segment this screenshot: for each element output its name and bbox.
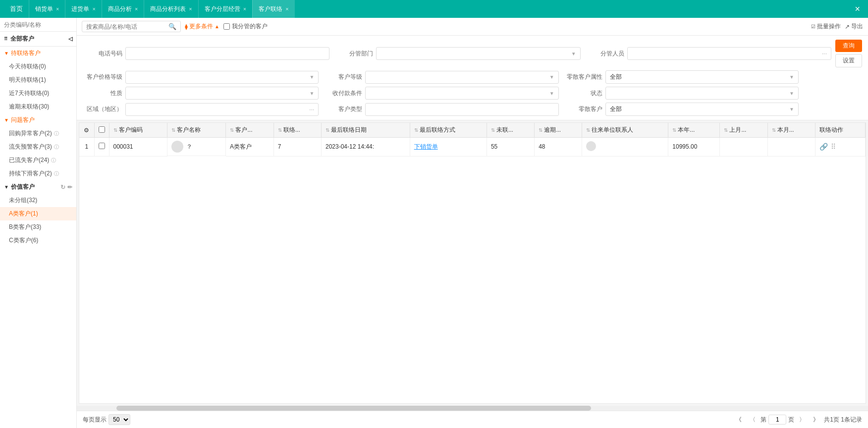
horizontal-scrollbar[interactable] (77, 406, 868, 411)
value-group-tools: ↻ ✏ (60, 184, 72, 191)
close-all-button[interactable]: × (851, 4, 864, 14)
filter-price-select[interactable]: ▼ (125, 71, 319, 84)
sidebar-item-churn-warning[interactable]: 流失预警客户(3) ⓘ (0, 140, 76, 154)
qr-action-icon[interactable]: ⠿ (831, 143, 836, 151)
sidebar-group-pending[interactable]: ▼ 待联络客户 (0, 47, 76, 60)
nav-tab-purchase-close[interactable]: × (92, 6, 95, 12)
search-icon[interactable]: 🔍 (168, 23, 176, 30)
filter-retail-attr-select[interactable]: 全部▼ (605, 70, 799, 84)
batch-op-btn[interactable]: ☑ 批量操作 (811, 22, 841, 31)
sidebar-item-class-c[interactable]: C类客户(6) (0, 234, 76, 247)
row-name[interactable]: ？ (167, 138, 225, 156)
filter-phone-input[interactable] (125, 47, 329, 60)
filter-customer-level-label: 客户等级 (323, 73, 362, 81)
th-this-year[interactable]: ⇅本年... (668, 123, 720, 138)
churn-warning-info-icon: ⓘ (54, 144, 59, 151)
refresh-icon[interactable]: ↻ (60, 184, 65, 191)
filter-btn[interactable]: ⧫ 更多条件 ▲ (185, 22, 219, 31)
query-btn[interactable]: 查询 (835, 40, 862, 52)
nav-tab-customer-tier[interactable]: 客户分层经营 × (198, 0, 252, 18)
top-nav: 首页 销货单 × 进货单 × 商品分析 × 商品分析列表 × 客户分层经营 × … (0, 0, 868, 18)
th-type[interactable]: ⇅客户... (226, 123, 273, 138)
nav-tab-analysis-list-close[interactable]: × (189, 6, 192, 12)
sidebar-item-class-a[interactable]: A类客户(1) (0, 207, 76, 220)
filter-person-input[interactable]: ··· (627, 47, 831, 60)
sort-last-method-icon: ⇅ (414, 127, 418, 133)
first-page-btn[interactable]: 《 (733, 415, 745, 425)
nav-tab-customer-tier-close[interactable]: × (243, 6, 246, 12)
filter-region-input[interactable]: ··· (125, 103, 319, 116)
sidebar-item-declining[interactable]: 持续下滑客户(2) ⓘ (0, 167, 76, 180)
edit-icon[interactable]: ✏ (67, 184, 72, 191)
row-checkbox[interactable] (94, 138, 109, 157)
filter-retail-customer-select[interactable]: 全部▼ (605, 103, 799, 116)
th-settings[interactable]: ⚙ (79, 123, 94, 138)
last-page-btn[interactable]: 》 (810, 415, 822, 425)
batch-checkbox-icon: ☑ (811, 24, 815, 29)
nav-tab-analysis-close[interactable]: × (135, 6, 138, 12)
th-name[interactable]: ⇅客户名称 (167, 123, 226, 138)
toolbar-right: ☑ 批量操作 ↗ 导出 (811, 22, 863, 31)
page-label: 第 (760, 416, 766, 424)
row-check[interactable] (99, 143, 105, 149)
row-contact-count: 7 (273, 138, 321, 157)
sidebar-collapse-arrow[interactable]: ◁ (68, 36, 72, 42)
sidebar-search-box[interactable]: 🔍 (0, 18, 76, 32)
sidebar-all-customers-header[interactable]: ⠿ 全部客户 ◁ (0, 32, 76, 47)
my-customers-checkbox[interactable]: 我分管的客户 (223, 22, 268, 31)
sidebar-item-ungrouped[interactable]: 未分组(32) (0, 194, 76, 207)
value-label: 价值客户 (11, 183, 35, 191)
sidebar-item-overdue[interactable]: 逾期未联络(30) (0, 100, 76, 113)
nav-home[interactable]: 首页 (4, 0, 29, 18)
filter-price-level: 客户价格等级 ▼ (83, 71, 319, 84)
sidebar-item-repurchase-anomaly[interactable]: 回购异常客户(2) ⓘ (0, 127, 76, 140)
filter-customer-type-input[interactable] (365, 103, 558, 116)
filter-payment-select[interactable]: ▼ (365, 87, 558, 100)
th-last-date[interactable]: ⇅最后联络日期 (322, 123, 410, 138)
sidebar-item-tomorrow[interactable]: 明天待联络(1) (0, 73, 76, 87)
page-input[interactable] (768, 415, 786, 425)
th-contact-count[interactable]: ⇅联络... (273, 123, 321, 138)
next-page-btn[interactable]: 〉 (796, 415, 808, 425)
th-last-method[interactable]: ⇅最后联络方式 (410, 123, 487, 138)
search-box[interactable]: 🔍 (82, 21, 181, 32)
search-input[interactable] (86, 23, 168, 30)
nav-tab-customer-contact-close[interactable]: × (285, 6, 288, 12)
nav-tab-analysis-list[interactable]: 商品分析列表 × (144, 0, 198, 18)
nav-tab-sales-close[interactable]: × (56, 6, 59, 12)
filter-customer-level-select[interactable]: ▼ (365, 71, 558, 84)
sidebar-item-7days[interactable]: 近7天待联络(0) (0, 87, 76, 100)
th-last-month[interactable]: ⇅上月... (720, 123, 767, 138)
nav-tab-analysis[interactable]: 商品分析 × (102, 0, 144, 18)
per-page-select[interactable]: 50 (108, 414, 130, 425)
select-all-checkbox[interactable] (99, 126, 105, 133)
row-last-method-link[interactable]: 下销货单 (414, 143, 438, 150)
th-checkbox[interactable] (94, 123, 109, 138)
filter-nature-select[interactable]: ▼ (125, 87, 319, 100)
sidebar-item-class-b[interactable]: B类客户(33) (0, 220, 76, 234)
sidebar-item-today[interactable]: 今天待联络(0) (0, 60, 76, 73)
sidebar-item-churned[interactable]: 已流失客户(24) ⓘ (0, 154, 76, 167)
page-nav: 《 〈 第 页 〉 》 共1页 1条记录 (733, 415, 862, 425)
th-overdue[interactable]: ⇅逾期... (535, 123, 582, 138)
sidebar-group-problem[interactable]: ▼ 问题客户 (0, 113, 76, 127)
my-customers-check[interactable] (223, 23, 230, 30)
filter-status-select[interactable]: ▼ (605, 87, 799, 100)
th-contacts[interactable]: ⇅往来单位联系人 (582, 123, 668, 138)
th-no-contact[interactable]: ⇅未联... (487, 123, 534, 138)
sidebar-search-input[interactable] (4, 21, 77, 28)
nav-tab-sales[interactable]: 销货单 × (29, 0, 65, 18)
export-btn[interactable]: ↗ 导出 (845, 22, 863, 31)
nav-tab-purchase[interactable]: 进货单 × (65, 0, 101, 18)
prev-page-btn[interactable]: 〈 (747, 415, 759, 425)
row-last-method[interactable]: 下销货单 (410, 138, 487, 157)
th-code[interactable]: ⇅客户编码 (109, 123, 167, 138)
th-this-month[interactable]: ⇅本月... (767, 123, 815, 138)
setting-btn[interactable]: 设置 (835, 54, 862, 67)
sort-this-year-icon: ⇅ (672, 127, 676, 133)
filter-dept-select[interactable]: ▼ (376, 47, 580, 60)
sidebar-group-value[interactable]: ▼ 价值客户 ↻ ✏ (0, 180, 76, 194)
scroll-thumb[interactable] (116, 406, 591, 411)
link-action-icon[interactable]: 🔗 (819, 143, 828, 151)
nav-tab-customer-contact[interactable]: 客户联络 × (252, 0, 294, 18)
